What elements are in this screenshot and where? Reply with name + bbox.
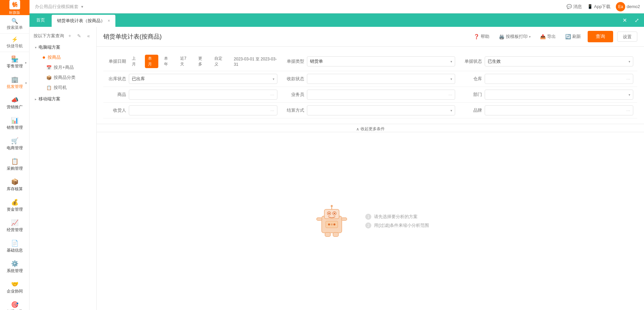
sales-icon: 📊 (11, 117, 18, 124)
sidebar-item-sales[interactable]: 📊 销售管理 (0, 113, 30, 134)
settlement-content: ▾ (307, 105, 455, 115)
left-panel: 按以下方案查询 ＋ ✎ « ▾ 电脑端方案 ● 按商品 (30, 27, 97, 310)
settlement-cell: 结算方式 ▾ (281, 103, 460, 118)
maximize-button[interactable]: ⤢ (632, 15, 641, 25)
product-dots[interactable]: ··· (270, 92, 274, 97)
help-icon: ❓ (474, 34, 479, 39)
tab-close-button[interactable]: × (108, 18, 110, 23)
query-button[interactable]: 查询 (588, 31, 613, 42)
help-label: 帮助 (481, 34, 489, 40)
app-logo: 畅 标旗版 (0, 0, 30, 15)
brand-cell: 品牌 ··· (459, 103, 637, 118)
collapse-more-button[interactable]: ∧ 收起更多条件 (97, 124, 644, 132)
out-status-select[interactable]: 已出库 ▾ (129, 74, 277, 84)
department-select[interactable]: ▾ (485, 90, 633, 100)
tab-home[interactable]: 首页 (30, 13, 52, 27)
receiver-dots[interactable]: ··· (270, 108, 274, 113)
sidebar-item-basic[interactable]: 📄 基础信息 (0, 236, 30, 257)
tree-item-by-product[interactable]: ● 按商品 (40, 52, 96, 62)
refresh-icon: 🔄 (565, 34, 571, 39)
collapse-panel-button[interactable]: « (85, 32, 92, 40)
sidebar-item-wholesale[interactable]: 🏢 批发管理 ▾ (0, 72, 30, 93)
this-month-btn[interactable]: 本月 (145, 55, 158, 68)
receiver-cell: 收货人 ··· (103, 103, 281, 118)
logo-text: 标旗版 (9, 10, 20, 15)
close-window-button[interactable]: ✕ (620, 15, 629, 25)
brand-input[interactable]: ··· (485, 105, 633, 115)
out-status-value: 已出库 (132, 76, 145, 82)
warehouse-dots[interactable]: ··· (626, 76, 630, 82)
message-button[interactable]: 💬 消息 (567, 4, 582, 10)
product-content: ··· (129, 90, 277, 100)
svg-point-7 (331, 205, 333, 207)
tree-mobile-root[interactable]: ▸ 移动端方案 (30, 94, 96, 104)
app-download-button[interactable]: 📱 App下载 (587, 4, 610, 10)
sidebar-item-ecommerce[interactable]: 🛒 电商管理 (0, 134, 30, 154)
salesman-dots[interactable]: ··· (448, 92, 452, 97)
sidebar-item-system[interactable]: ⚙️ 系统管理 (0, 257, 30, 277)
active-dot-icon: ● (42, 54, 46, 60)
last7-btn[interactable]: 近7天 (177, 55, 193, 68)
refresh-button[interactable]: 🔄 刷新 (562, 32, 584, 41)
ecommerce-icon: 🛒 (11, 137, 18, 145)
empty-illustration (312, 204, 352, 238)
sidebar-item-label: 系统管理 (7, 268, 23, 274)
sidebar-item-label: 销售管理 (7, 125, 23, 131)
tree-item-by-month-product[interactable]: 📅 按月+商品 (40, 62, 96, 72)
filter-area: 单据日期 上月 本月 本年 近7天 更多 自定义 2023-03-01 至 20… (97, 47, 644, 124)
print-button[interactable]: 🖨️ 按模板打印 ▾ (496, 32, 533, 41)
more-btn[interactable]: 更多 (195, 55, 209, 68)
collect-status-select[interactable]: ▾ (307, 74, 455, 84)
salesman-input[interactable]: ··· (307, 90, 455, 100)
date-range-text: 2023-03-01 至 2023-03-31 (234, 56, 277, 67)
tree-desktop-label: 电脑端方案 (39, 44, 60, 50)
sidebar-item-enterprise[interactable]: 🤝 企业协同 (0, 277, 30, 298)
doc-type-select[interactable]: 销货单 ▾ (307, 56, 455, 66)
this-year-btn[interactable]: 本年 (161, 55, 174, 68)
sidebar-item-purchase[interactable]: 📋 采购管理 (0, 154, 30, 175)
tree-item-by-category[interactable]: 📦 按商品分类 (40, 72, 96, 83)
sidebar-item-newbie[interactable]: 🎯 新手引导 (0, 298, 30, 310)
date-filter: 上月 本月 本年 近7天 更多 自定义 2023-03-01 至 2023-03… (129, 55, 277, 68)
sidebar-item-operations[interactable]: 📈 经营管理 (0, 216, 30, 236)
custom-btn[interactable]: 自定义 (211, 55, 228, 68)
edit-scheme-button[interactable]: ✎ (75, 32, 83, 40)
brand-dots[interactable]: ··· (626, 108, 630, 113)
marketing-icon: 📣 (11, 96, 18, 104)
enterprise-icon: 🤝 (11, 280, 18, 288)
avatar: Ea (616, 2, 625, 11)
sidebar-item-inventory[interactable]: 📦 库存核算 (0, 175, 30, 195)
settlement-select[interactable]: ▾ (307, 105, 455, 115)
tree-desktop-root[interactable]: ▾ 电脑端方案 (30, 42, 96, 52)
salesman-label: 业务员 (285, 92, 307, 98)
doc-status-label: 单据状态 (463, 58, 485, 64)
quick-nav[interactable]: ⚡ 快捷导航 (0, 34, 30, 52)
sidebar-item-finance[interactable]: 💰 资金管理 (0, 195, 30, 216)
product-input[interactable]: ··· (129, 90, 277, 100)
user-menu[interactable]: Ea demo2 (616, 2, 640, 11)
warehouse-input[interactable]: ··· (485, 74, 633, 84)
receiver-input[interactable]: ··· (129, 105, 277, 115)
doc-status-select[interactable]: 已生效 ▾ (485, 56, 633, 66)
set-button[interactable]: 设置 (617, 32, 637, 42)
help-button[interactable]: ❓ 帮助 (471, 32, 492, 41)
filter-row-1: 单据日期 上月 本月 本年 近7天 更多 自定义 2023-03-01 至 20… (103, 52, 637, 71)
sidebar-item-label: 资金管理 (7, 207, 23, 212)
tree-item-label: 按商品 (48, 54, 61, 60)
last-month-btn[interactable]: 上月 (129, 55, 142, 68)
svg-rect-15 (333, 232, 338, 237)
operations-icon: 📈 (11, 219, 18, 226)
search-menu[interactable]: 🔍 搜索菜单 (0, 15, 30, 34)
breadcrumb-dropdown-icon[interactable]: ▾ (81, 4, 83, 9)
sidebar-item-marketing[interactable]: 📣 营销推广 (0, 93, 30, 113)
expand-icon: ▾ (35, 46, 37, 49)
chevron-down-icon: ▾ (450, 109, 452, 112)
add-scheme-button[interactable]: ＋ (66, 32, 73, 40)
sidebar-item-retail[interactable]: 🏪 零售管理 ▸ (0, 52, 30, 72)
doc-status-cell: 单据状态 已生效 ▾ (459, 52, 637, 71)
tab-sales-stats[interactable]: 销货单统计表（按商品） × (52, 15, 115, 27)
chevron-down-icon: ▾ (25, 81, 27, 85)
export-button[interactable]: 📤 导出 (537, 32, 558, 41)
receiver-content: ··· (129, 105, 277, 115)
tree-item-by-cashier[interactable]: 📋 按司机 (40, 83, 96, 93)
